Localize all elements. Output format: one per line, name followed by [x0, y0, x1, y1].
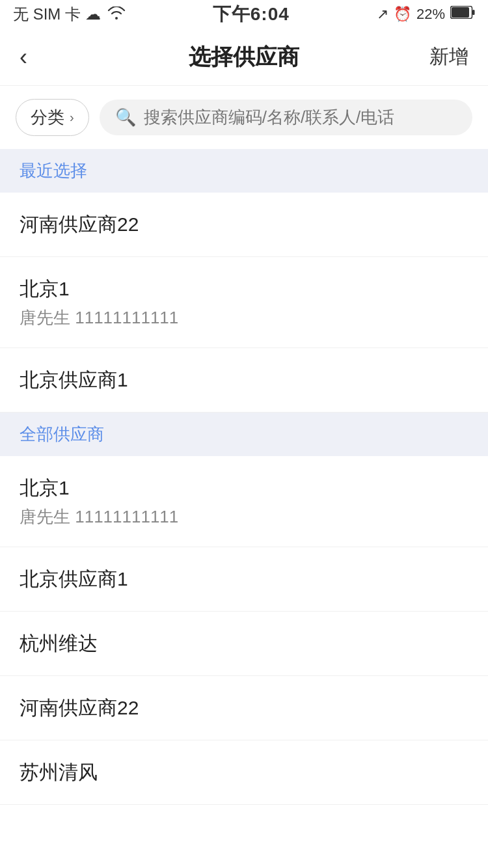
- navigation-bar: ‹ 选择供应商 新增: [0, 29, 488, 86]
- recent-items-list: 河南供应商22北京1唐先生 11111111111北京供应商1: [0, 193, 488, 413]
- all-list-item[interactable]: 杭州维达: [0, 612, 488, 676]
- page-title: 选择供应商: [189, 42, 299, 72]
- svg-rect-1: [452, 7, 469, 18]
- all-list-item[interactable]: 北京1唐先生 11111111111: [0, 456, 488, 547]
- category-button[interactable]: 分类 ›: [16, 99, 89, 136]
- status-left: 无 SIM 卡 ☁: [13, 4, 126, 25]
- all-section-title: 全部供应商: [20, 424, 104, 444]
- item-name: 北京1: [20, 474, 468, 502]
- recent-list-item[interactable]: 河南供应商22: [0, 193, 488, 257]
- item-name: 苏州清风: [20, 759, 468, 786]
- sim-status: 无 SIM 卡 ☁: [13, 4, 101, 25]
- item-name: 北京供应商1: [20, 366, 468, 394]
- wifi-icon: [107, 5, 126, 23]
- item-name: 北京供应商1: [20, 565, 468, 593]
- item-name: 北京1: [20, 275, 468, 303]
- item-name: 河南供应商22: [20, 211, 468, 238]
- status-right: ↗ ⏰ 22%: [377, 6, 475, 23]
- recent-list-item[interactable]: 北京1唐先生 11111111111: [0, 257, 488, 348]
- back-button[interactable]: ‹: [20, 44, 59, 71]
- all-list-item[interactable]: 北京供应商1: [0, 547, 488, 612]
- filter-bar: 分类 › 🔍: [0, 86, 488, 149]
- search-icon: 🔍: [115, 107, 136, 128]
- category-label: 分类: [31, 106, 64, 129]
- item-name: 河南供应商22: [20, 694, 468, 722]
- recent-section-header: 最近选择: [0, 149, 488, 193]
- search-input[interactable]: [144, 107, 457, 128]
- add-new-button[interactable]: 新增: [429, 44, 468, 70]
- item-name: 杭州维达: [20, 630, 468, 657]
- all-list-item[interactable]: 河南供应商22: [0, 676, 488, 740]
- battery-icon: [450, 6, 475, 23]
- item-sub: 唐先生 11111111111: [20, 306, 468, 329]
- all-list-item[interactable]: 苏州清风: [0, 740, 488, 805]
- time-display: 下午6:04: [213, 2, 290, 27]
- all-items-list: 北京1唐先生 11111111111北京供应商1杭州维达河南供应商22苏州清风: [0, 456, 488, 805]
- chevron-right-icon: ›: [70, 110, 74, 125]
- alarm-icon: ⏰: [394, 6, 411, 23]
- recent-list-item[interactable]: 北京供应商1: [0, 348, 488, 413]
- location-icon: ↗: [377, 6, 388, 23]
- item-sub: 唐先生 11111111111: [20, 506, 468, 528]
- battery-level: 22%: [416, 6, 445, 23]
- all-section-header: 全部供应商: [0, 413, 488, 456]
- status-bar: 无 SIM 卡 ☁ 下午6:04 ↗ ⏰ 22%: [0, 0, 488, 29]
- svg-rect-2: [472, 10, 475, 15]
- recent-section-title: 最近选择: [20, 161, 87, 180]
- search-bar[interactable]: 🔍: [100, 100, 472, 135]
